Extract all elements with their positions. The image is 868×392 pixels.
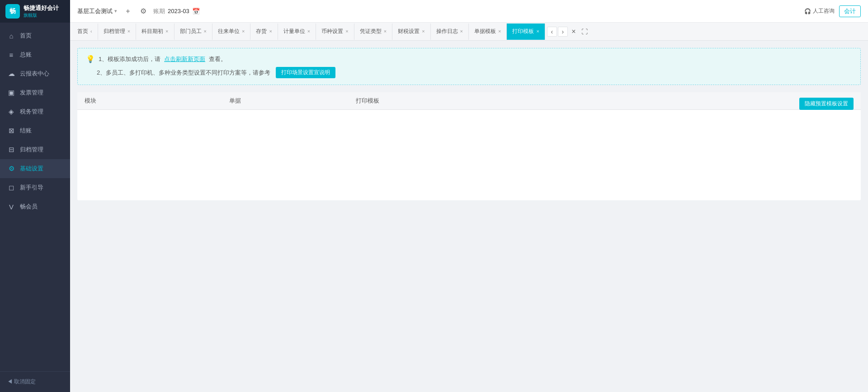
sidebar: 畅 畅捷通好会计 旗舰版 ⌂ 首页 ≡ 总账 ☁ 云报表中心 ▣ 发票管理 ◈ … bbox=[0, 0, 70, 392]
tab-archive-mgmt-close-icon[interactable]: × bbox=[127, 29, 130, 34]
headset-icon: 🎧 bbox=[804, 8, 811, 14]
print-scene-button[interactable]: 打印场景设置宣说明 bbox=[276, 67, 335, 78]
logo-sub: 旗舰版 bbox=[24, 12, 59, 19]
kuaiji-button[interactable]: 会计 bbox=[839, 5, 861, 17]
content-wrapper: 隐藏预置模板设置 💡 1、模板添加成功后，请 点击刷新新页面 查看。 2、多员工… bbox=[77, 48, 861, 200]
tab-supplier-close-icon[interactable]: × bbox=[242, 29, 245, 34]
archive-icon: ⊟ bbox=[7, 146, 15, 154]
home-icon: ⌂ bbox=[7, 32, 15, 40]
guide-icon: ◻ bbox=[7, 184, 15, 192]
sidebar-item-reports[interactable]: ☁ 云报表中心 bbox=[0, 64, 70, 83]
invoice-icon: ▣ bbox=[7, 89, 15, 97]
sidebar-item-label: 结账 bbox=[20, 127, 32, 135]
tab-unit[interactable]: 计量单位 × bbox=[278, 24, 316, 40]
sidebar-item-close[interactable]: ⊠ 结账 bbox=[0, 121, 70, 140]
notice-row-2: 2、多员工、多打印机、多种业务类型设置不同打印方案等，请参考 打印场景设置宣说明 bbox=[86, 67, 852, 78]
tab-label: 单据模板 bbox=[474, 28, 496, 35]
tab-voucher-type[interactable]: 凭证类型 × bbox=[354, 24, 392, 40]
table-header: 模块 单据 打印模板 bbox=[77, 92, 861, 110]
sidebar-nav: ⌂ 首页 ≡ 总账 ☁ 云报表中心 ▣ 发票管理 ◈ 税务管理 ⊠ 结账 ⊟ 归… bbox=[0, 23, 70, 371]
sidebar-item-label: 基础设置 bbox=[20, 165, 43, 173]
sidebar-item-guide[interactable]: ◻ 新手引导 bbox=[0, 178, 70, 197]
tab-voucher-type-close-icon[interactable]: × bbox=[384, 29, 387, 34]
settings-gear-button[interactable]: ⚙ bbox=[138, 6, 149, 17]
tab-expand-button[interactable]: ⛶ bbox=[580, 27, 590, 37]
notice-box: 💡 1、模板添加成功后，请 点击刷新新页面 查看。 2、多员工、多打印机、多种业… bbox=[77, 48, 861, 85]
table-body bbox=[77, 110, 861, 200]
add-tab-button[interactable]: + bbox=[123, 6, 133, 17]
tab-home[interactable]: 首页 ‹ bbox=[72, 24, 98, 40]
topbar: 基层工会测试 ▾ + ⚙ 账期 2023-03 📅 🎧 人工咨询 会计 bbox=[70, 0, 868, 23]
tab-tax-settings[interactable]: 财税设置 × bbox=[392, 24, 430, 40]
sidebar-item-invoice[interactable]: ▣ 发票管理 bbox=[0, 83, 70, 102]
sidebar-item-ledger[interactable]: ≡ 总账 bbox=[0, 45, 70, 64]
calendar-icon[interactable]: 📅 bbox=[192, 8, 200, 15]
sidebar-item-label: 归档管理 bbox=[20, 146, 43, 154]
notice-line2-pre: 2、多员工、多打印机、多种业务类型设置不同打印方案等，请参考 bbox=[97, 69, 270, 77]
tab-print-template-close-icon[interactable]: × bbox=[536, 29, 539, 34]
tab-currency-close-icon[interactable]: × bbox=[345, 29, 348, 34]
service-button[interactable]: 🎧 人工咨询 bbox=[804, 7, 835, 15]
tab-currency[interactable]: 币种设置 × bbox=[316, 24, 354, 40]
hide-preview-button[interactable]: 隐藏预置模板设置 bbox=[799, 98, 854, 110]
cloud-icon: ☁ bbox=[7, 70, 15, 78]
topbar-actions: + ⚙ bbox=[123, 6, 149, 17]
sidebar-item-label: 畅会员 bbox=[20, 203, 38, 211]
sidebar-item-label: 首页 bbox=[20, 32, 32, 40]
sidebar-unpin-button[interactable]: ◀ 取消固定 bbox=[0, 371, 70, 392]
tab-prev-button[interactable]: ‹ bbox=[547, 27, 557, 37]
service-label: 人工咨询 bbox=[813, 7, 835, 15]
sidebar-item-label: 发票管理 bbox=[20, 89, 43, 97]
tab-single-template-close-icon[interactable]: × bbox=[498, 29, 501, 34]
tab-label: 操作日志 bbox=[436, 28, 458, 35]
content-area: 隐藏预置模板设置 💡 1、模板添加成功后，请 点击刷新新页面 查看。 2、多员工… bbox=[70, 41, 868, 392]
tab-next-button[interactable]: › bbox=[558, 27, 568, 37]
tabbar-nav: ‹ › × ⛶ bbox=[547, 27, 590, 37]
sidebar-item-label: 云报表中心 bbox=[20, 70, 49, 78]
tab-close-all-button[interactable]: × bbox=[569, 27, 579, 37]
tab-label: 存货 bbox=[256, 28, 267, 35]
tab-label: 币种设置 bbox=[321, 28, 343, 35]
logo-icon: 畅 bbox=[5, 4, 20, 19]
notice-refresh-link[interactable]: 点击刷新新页面 bbox=[164, 55, 205, 63]
tab-op-log-close-icon[interactable]: × bbox=[460, 29, 463, 34]
tab-op-log[interactable]: 操作日志 × bbox=[431, 24, 469, 40]
tab-subject-init-close-icon[interactable]: × bbox=[165, 29, 168, 34]
sidebar-item-archive[interactable]: ⊟ 归档管理 bbox=[0, 140, 70, 159]
sidebar-item-member[interactable]: V 畅会员 bbox=[0, 197, 70, 216]
member-icon: V bbox=[7, 203, 15, 211]
sidebar-item-tax[interactable]: ◈ 税务管理 bbox=[0, 102, 70, 121]
tax-icon: ◈ bbox=[7, 108, 15, 116]
company-name: 基层工会测试 bbox=[77, 7, 113, 15]
tab-dept-staff-close-icon[interactable]: × bbox=[204, 29, 207, 34]
app-logo: 畅 畅捷通好会计 旗舰版 bbox=[0, 0, 70, 23]
company-selector[interactable]: 基层工会测试 ▾ bbox=[77, 7, 117, 15]
tab-home-close-icon[interactable]: ‹ bbox=[90, 29, 92, 34]
topbar-right: 🎧 人工咨询 会计 bbox=[804, 5, 861, 17]
sidebar-item-label: 总账 bbox=[20, 51, 32, 59]
bulb-icon: 💡 bbox=[86, 55, 95, 63]
tab-label: 科目期初 bbox=[142, 28, 163, 35]
tab-inventory[interactable]: 存货 × bbox=[250, 24, 278, 40]
tab-supplier[interactable]: 往来单位 × bbox=[212, 24, 250, 40]
tab-unit-close-icon[interactable]: × bbox=[307, 29, 310, 34]
company-arrow-icon: ▾ bbox=[114, 8, 117, 14]
tab-label: 计量单位 bbox=[283, 28, 305, 35]
tab-dept-staff[interactable]: 部门员工 × bbox=[175, 24, 212, 40]
tab-label: 打印模板 bbox=[512, 28, 534, 35]
period-display: 账期 2023-03 📅 bbox=[153, 7, 200, 15]
tab-single-template[interactable]: 单据模板 × bbox=[469, 24, 507, 40]
table-col-document: 单据 bbox=[222, 97, 349, 105]
sidebar-item-settings[interactable]: ⚙ 基础设置 bbox=[0, 159, 70, 178]
notice-row-1: 💡 1、模板添加成功后，请 点击刷新新页面 查看。 bbox=[86, 55, 852, 63]
tab-print-template[interactable]: 打印模板 × bbox=[507, 24, 545, 40]
tab-label: 首页 bbox=[77, 28, 88, 35]
data-table: 模块 单据 打印模板 bbox=[77, 92, 861, 200]
tab-subject-init[interactable]: 科目期初 × bbox=[136, 24, 174, 40]
tab-inventory-close-icon[interactable]: × bbox=[269, 29, 272, 34]
tab-archive-mgmt[interactable]: 归档管理 × bbox=[98, 24, 136, 40]
sidebar-item-label: 新手引导 bbox=[20, 184, 43, 192]
sidebar-item-home[interactable]: ⌂ 首页 bbox=[0, 26, 70, 45]
notice-line1-pre: 1、模板添加成功后，请 bbox=[99, 55, 160, 63]
tab-tax-settings-close-icon[interactable]: × bbox=[422, 29, 425, 34]
